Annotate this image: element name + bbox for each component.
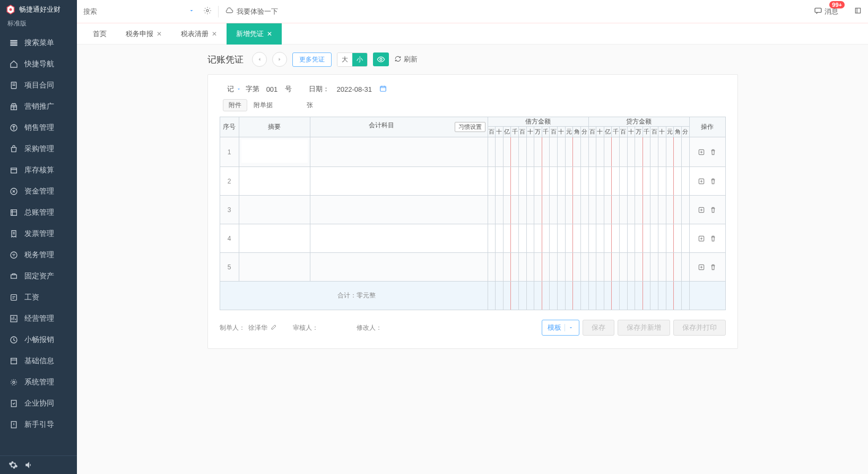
digit-cell[interactable] xyxy=(612,137,620,167)
digit-cell[interactable] xyxy=(565,137,573,167)
digit-cell[interactable] xyxy=(488,253,496,282)
digit-cell[interactable] xyxy=(666,196,674,224)
digit-cell[interactable] xyxy=(612,196,620,224)
tab-2[interactable]: 税表清册✕ xyxy=(171,23,227,45)
template-button[interactable]: 模板 xyxy=(542,320,579,336)
voucher-type-select[interactable]: 记 xyxy=(227,84,241,94)
sidebar-item-6[interactable]: 库存核算 xyxy=(0,160,77,181)
digit-cell[interactable] xyxy=(534,167,542,196)
digit-cell[interactable] xyxy=(511,253,519,282)
digit-cell[interactable] xyxy=(658,167,666,196)
digit-cell[interactable] xyxy=(526,196,534,224)
digit-cell[interactable] xyxy=(488,224,496,253)
digit-cell[interactable] xyxy=(580,196,588,224)
digit-cell[interactable] xyxy=(488,196,496,224)
digit-cell[interactable] xyxy=(518,137,526,167)
digit-cell[interactable] xyxy=(488,167,496,196)
digit-cell[interactable] xyxy=(488,137,496,167)
experience-button[interactable]: 我要体验一下 xyxy=(225,6,278,16)
sidebar-item-0[interactable]: 搜索菜单 xyxy=(0,32,77,54)
digit-cell[interactable] xyxy=(604,224,612,253)
tab-close-icon[interactable]: ✕ xyxy=(267,30,272,38)
digit-cell[interactable] xyxy=(619,224,627,253)
sidebar-item-8[interactable]: 总账管理 xyxy=(0,202,77,223)
settings-icon[interactable] xyxy=(8,460,18,470)
digit-cell[interactable] xyxy=(666,137,674,167)
attach-button[interactable]: 附件 xyxy=(223,99,247,111)
delete-row-icon[interactable] xyxy=(709,178,717,185)
more-voucher-button[interactable]: 更多凭证 xyxy=(292,52,332,67)
delete-row-icon[interactable] xyxy=(709,235,717,242)
edit-preparer-icon[interactable] xyxy=(271,324,277,332)
digit-cell[interactable] xyxy=(550,167,558,196)
digit-cell[interactable] xyxy=(643,196,650,224)
subject-cell[interactable] xyxy=(310,137,488,167)
digit-cell[interactable] xyxy=(596,167,604,196)
digit-cell[interactable] xyxy=(650,224,658,253)
sidebar-item-11[interactable]: 固定资产 xyxy=(0,266,77,287)
digit-cell[interactable] xyxy=(518,224,526,253)
digit-cell[interactable] xyxy=(511,167,519,196)
digit-cell[interactable] xyxy=(604,167,612,196)
sidebar-item-14[interactable]: 小畅报销 xyxy=(0,329,77,350)
digit-cell[interactable] xyxy=(674,167,682,196)
summary-cell[interactable] xyxy=(239,224,310,253)
digit-cell[interactable] xyxy=(588,196,596,224)
digit-cell[interactable] xyxy=(534,253,542,282)
digit-cell[interactable] xyxy=(550,196,558,224)
digit-cell[interactable] xyxy=(503,224,511,253)
size-small-button[interactable]: 小 xyxy=(352,53,367,66)
digit-cell[interactable] xyxy=(674,137,682,167)
digit-cell[interactable] xyxy=(542,253,550,282)
search-dropdown-icon[interactable] xyxy=(188,7,195,15)
digit-cell[interactable] xyxy=(573,196,581,224)
digit-cell[interactable] xyxy=(496,224,504,253)
digit-cell[interactable] xyxy=(666,224,674,253)
gear-icon[interactable] xyxy=(203,6,212,16)
sidebar-item-10[interactable]: 税务管理 xyxy=(0,244,77,266)
digit-cell[interactable] xyxy=(619,137,627,167)
subject-cell[interactable] xyxy=(310,253,488,282)
digit-cell[interactable] xyxy=(503,167,511,196)
digit-cell[interactable] xyxy=(518,196,526,224)
digit-cell[interactable] xyxy=(612,253,620,282)
digit-cell[interactable] xyxy=(643,167,650,196)
tab-close-icon[interactable]: ✕ xyxy=(157,30,162,38)
digit-cell[interactable] xyxy=(542,137,550,167)
tab-3[interactable]: 新增凭证✕ xyxy=(227,23,282,45)
summary-cell[interactable] xyxy=(239,196,310,224)
digit-cell[interactable] xyxy=(588,167,596,196)
sidebar-item-3[interactable]: 营销推广 xyxy=(0,96,77,117)
digit-cell[interactable] xyxy=(526,167,534,196)
digit-cell[interactable] xyxy=(580,167,588,196)
summary-cell[interactable] xyxy=(239,167,310,196)
digit-cell[interactable] xyxy=(511,137,519,167)
digit-cell[interactable] xyxy=(565,253,573,282)
digit-cell[interactable] xyxy=(627,196,635,224)
digit-cell[interactable] xyxy=(627,167,635,196)
digit-cell[interactable] xyxy=(658,224,666,253)
digit-cell[interactable] xyxy=(612,167,620,196)
delete-row-icon[interactable] xyxy=(709,148,717,156)
digit-cell[interactable] xyxy=(650,137,658,167)
digit-cell[interactable] xyxy=(573,224,581,253)
sidebar-item-5[interactable]: 采购管理 xyxy=(0,138,77,160)
preview-button[interactable] xyxy=(373,52,389,66)
digit-cell[interactable] xyxy=(542,167,550,196)
digit-cell[interactable] xyxy=(588,224,596,253)
delete-row-icon[interactable] xyxy=(709,206,717,214)
add-row-icon[interactable] xyxy=(698,178,705,185)
digit-cell[interactable] xyxy=(565,167,573,196)
tab-close-icon[interactable]: ✕ xyxy=(212,30,217,38)
digit-cell[interactable] xyxy=(511,196,519,224)
digit-cell[interactable] xyxy=(503,253,511,282)
digit-cell[interactable] xyxy=(596,196,604,224)
digit-cell[interactable] xyxy=(627,224,635,253)
digit-cell[interactable] xyxy=(674,253,682,282)
digit-cell[interactable] xyxy=(681,224,689,253)
digit-cell[interactable] xyxy=(674,224,682,253)
digit-cell[interactable] xyxy=(557,253,565,282)
digit-cell[interactable] xyxy=(557,137,565,167)
digit-cell[interactable] xyxy=(550,253,558,282)
sidebar-item-2[interactable]: 项目合同 xyxy=(0,75,77,96)
